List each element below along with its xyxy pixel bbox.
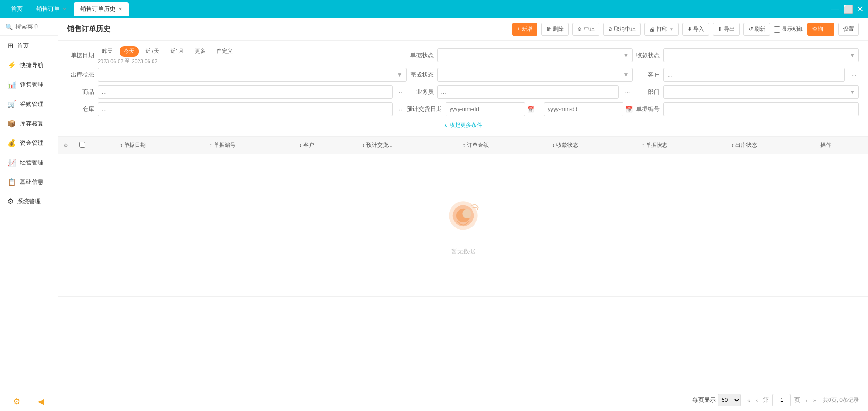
sidebar-item-finance[interactable]: 💰资金管理 xyxy=(0,133,58,153)
out-status-select[interactable]: ▼ xyxy=(98,68,407,82)
filter-bill-status: 单据状态 ▼ xyxy=(407,48,633,62)
sidebar-item-label: 首页 xyxy=(17,42,29,50)
query-button[interactable]: 查询 xyxy=(807,23,834,36)
th-settings: ⚙ xyxy=(58,137,74,154)
cancel-stop-button[interactable]: ⊘ 取消中止 xyxy=(603,23,641,36)
expected-date-start[interactable] xyxy=(446,102,525,116)
display-detail-checkbox[interactable] xyxy=(774,26,780,33)
goods-dots-icon[interactable]: ··· xyxy=(396,89,407,96)
sidebar-item-sales[interactable]: 📊销售管理 xyxy=(0,75,58,94)
collapse-button[interactable]: ∧ 收起更多条件 xyxy=(444,121,482,129)
minimize-icon[interactable]: — xyxy=(831,5,839,14)
sidebar-item-basic-info[interactable]: 📋基础信息 xyxy=(0,172,58,192)
salesperson-input[interactable] xyxy=(437,85,619,99)
tab-home[interactable]: 首页 xyxy=(5,2,29,16)
th-bill-number[interactable]: ↕ 单据编号 xyxy=(204,137,294,154)
filter-row-1: 单据日期 昨天 今天 近7天 近1月 更多 自定义 2023-06-02 至 xyxy=(67,46,859,64)
page-size-label: 每页显示 xyxy=(692,396,716,404)
th-payment-status[interactable]: ↕ 收款状态 xyxy=(547,137,636,154)
date-range-text: 2023-06-02 xyxy=(98,58,123,64)
bill-status-select[interactable]: ▼ xyxy=(437,48,633,62)
sidebar-item-home[interactable]: ⊞首页 xyxy=(0,36,58,55)
date-tag-today[interactable]: 今天 xyxy=(120,46,139,57)
filter-warehouse: 仓库 ··· xyxy=(67,102,407,116)
tab-close-icon[interactable]: ✕ xyxy=(62,6,67,12)
export-button[interactable]: ⬆ 导出 xyxy=(713,23,739,36)
tab-close-icon[interactable]: ✕ xyxy=(118,6,122,12)
warehouse-dots-icon[interactable]: ··· xyxy=(396,106,407,113)
date-tag-yesterday[interactable]: 昨天 xyxy=(98,46,117,57)
import-button[interactable]: ⬇ 导入 xyxy=(682,23,709,36)
department-chevron-icon: ▼ xyxy=(849,89,855,95)
sidebar-item-quick-nav[interactable]: ⚡快捷导航 xyxy=(0,55,58,75)
page-size-select-input[interactable]: 50 10 20 100 xyxy=(718,394,741,406)
sidebar-collapse-icon[interactable]: ◀ xyxy=(38,396,44,406)
last-page-icon[interactable]: » xyxy=(811,397,818,404)
filter-area: 单据日期 昨天 今天 近7天 近1月 更多 自定义 2023-06-02 至 xyxy=(58,41,868,137)
stop-button[interactable]: ⊘ 中止 xyxy=(572,23,599,36)
warehouse-input[interactable] xyxy=(98,102,393,116)
goods-input[interactable] xyxy=(98,85,393,99)
filter-out-status: 出库状态 ▼ xyxy=(67,68,407,82)
date-tag-7days[interactable]: 近7天 xyxy=(141,46,163,57)
th-customer[interactable]: ↕ 客户 xyxy=(293,137,356,154)
expected-date-end[interactable] xyxy=(544,102,623,116)
customer-dots-icon[interactable]: ··· xyxy=(849,72,859,78)
prev-page-icon[interactable]: ‹ xyxy=(754,397,759,404)
bill-number-input[interactable] xyxy=(663,102,859,116)
complete-status-select[interactable]: ▼ xyxy=(437,68,633,82)
customer-label: 客户 xyxy=(633,71,660,79)
th-operation: 操作 xyxy=(815,137,868,154)
tab-sales-order[interactable]: 销售订单✕ xyxy=(30,2,73,16)
warehouse-label: 仓库 xyxy=(67,105,94,113)
close-window-icon[interactable]: ✕ xyxy=(857,4,863,14)
table-area: ⚙ ↕ 单据日期 ↕ 单据编号 ↕ 客户 xyxy=(58,137,868,389)
finance-icon: 💰 xyxy=(7,139,16,147)
sidebar-search[interactable]: 🔍 搜索菜单 xyxy=(0,18,58,36)
collapse-icon: ∧ xyxy=(444,122,448,129)
top-bar: 首页销售订单✕销售订单历史✕ — ⬜ ✕ xyxy=(0,0,868,18)
th-expected-delivery[interactable]: ↕ 预计交货... xyxy=(357,137,457,154)
th-bill-date-label: ↕ 单据日期 xyxy=(120,142,146,148)
sidebar-item-system[interactable]: ⚙系统管理 xyxy=(0,192,58,211)
collapse-label: 收起更多条件 xyxy=(450,121,482,129)
sidebar-item-inventory[interactable]: 📦库存核算 xyxy=(0,114,58,133)
delete-button[interactable]: 🗑 删除 xyxy=(541,23,569,36)
date-range-separator: 至 xyxy=(125,58,130,64)
empty-row: 暂无数据 xyxy=(58,154,868,297)
new-button[interactable]: + 新增 xyxy=(512,23,537,36)
tab-sales-order-history[interactable]: 销售订单历史✕ xyxy=(74,2,129,16)
department-select[interactable]: ▼ xyxy=(663,85,859,99)
print-button[interactable]: 🖨 打印 ▼ xyxy=(644,23,679,36)
total-info: 共0页, 0条记录 xyxy=(823,396,859,404)
th-bill-date[interactable]: ↕ 单据日期 xyxy=(115,137,204,154)
settings-button[interactable]: 设置 xyxy=(838,23,859,36)
page-number-input[interactable] xyxy=(772,394,791,406)
maximize-icon[interactable]: ⬜ xyxy=(843,4,853,14)
expected-date-calendar-start-icon[interactable]: 📅 xyxy=(527,106,534,113)
table-body: 暂无数据 xyxy=(58,154,868,297)
date-tag-more[interactable]: 更多 xyxy=(191,46,210,57)
salesperson-dots-icon[interactable]: ··· xyxy=(622,89,633,96)
date-tags: 昨天 今天 近7天 近1月 更多 自定义 xyxy=(98,46,407,57)
refresh-button[interactable]: ↺ 刷新 xyxy=(743,23,770,36)
date-tag-custom[interactable]: 自定义 xyxy=(212,46,237,57)
sidebar-item-operations[interactable]: 📈经营管理 xyxy=(0,153,58,172)
sidebar-settings-icon[interactable]: ⚙ xyxy=(13,396,20,406)
customer-input[interactable] xyxy=(663,68,845,82)
select-all-checkbox[interactable] xyxy=(79,142,85,148)
sidebar-item-purchase[interactable]: 🛒采购管理 xyxy=(0,94,58,114)
gear-icon[interactable]: ⚙ xyxy=(63,142,68,149)
th-bill-status[interactable]: ↕ 单据状态 xyxy=(636,137,726,154)
expected-date-dash: — xyxy=(536,106,542,113)
next-page-icon[interactable]: › xyxy=(804,397,809,404)
system-icon: ⚙ xyxy=(7,197,14,206)
th-order-amount[interactable]: ↕ 订单金额 xyxy=(457,137,547,154)
date-tag-1month[interactable]: 近1月 xyxy=(166,46,188,57)
first-page-icon[interactable]: « xyxy=(745,397,752,404)
th-out-status[interactable]: ↕ 出库状态 xyxy=(726,137,815,154)
payment-status-select[interactable]: ▼ xyxy=(663,48,859,62)
filter-expected-date: 预计交货日期 📅 — 📅 xyxy=(407,102,633,116)
expected-date-calendar-end-icon[interactable]: 📅 xyxy=(625,106,633,113)
tab-label: 销售订单 xyxy=(36,5,60,13)
